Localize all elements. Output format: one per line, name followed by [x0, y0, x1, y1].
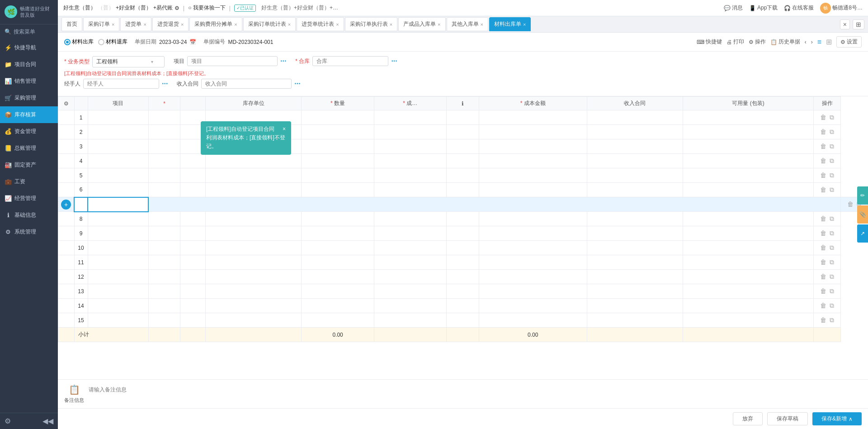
- business-type-select[interactable]: 工程领料 ▾: [92, 56, 165, 67]
- sidebar-item-quick-nav[interactable]: ⚡ 快捷导航: [0, 39, 58, 56]
- tab-close-icon[interactable]: ×: [523, 22, 526, 27]
- copy-row-btn[interactable]: ⧉: [830, 287, 834, 295]
- delete-row-btn[interactable]: 🗑: [820, 302, 826, 309]
- history-bill-btn[interactable]: 📋 历史单据: [770, 38, 800, 46]
- project-input[interactable]: [187, 56, 278, 66]
- income-contract-input[interactable]: [201, 79, 292, 89]
- copy-row-btn[interactable]: ⧉: [830, 114, 834, 121]
- cell-qty[interactable]: [302, 110, 374, 125]
- delete-row-btn[interactable]: 🗑: [820, 114, 826, 121]
- sidebar-item-operations[interactable]: 📈 经营管理: [0, 190, 58, 207]
- sidebar-item-system[interactable]: ⚙ 系统管理: [0, 224, 58, 240]
- tab-menu-btn[interactable]: ⊞: [853, 19, 864, 29]
- tooltip-close-btn[interactable]: ×: [283, 125, 286, 133]
- copy-row-btn[interactable]: ⧉: [830, 128, 834, 135]
- copy-row-btn[interactable]: ⧉: [830, 229, 834, 237]
- tab-close-icon[interactable]: ×: [438, 22, 440, 27]
- view-list-btn[interactable]: ≡: [817, 38, 821, 46]
- project-more-btn[interactable]: ···: [280, 57, 286, 65]
- handler-more-btn[interactable]: ···: [162, 80, 168, 88]
- delete-row-btn[interactable]: 🗑: [820, 172, 826, 179]
- delete-row-btn[interactable]: 🗑: [820, 316, 826, 324]
- tab-purchase-return[interactable]: 进货退货 ×: [152, 17, 189, 31]
- delete-row-btn[interactable]: 🗑: [820, 229, 826, 237]
- operation-btn[interactable]: ⚙ 操作: [749, 38, 766, 46]
- save-new-btn[interactable]: 保存&新增 ∧: [812, 412, 862, 425]
- nav-next-btn[interactable]: ›: [811, 39, 813, 45]
- tab-in-stats[interactable]: 进货单统计表 ×: [297, 17, 344, 31]
- tab-close-icon[interactable]: ×: [390, 22, 392, 27]
- print-btn[interactable]: 🖨 打印: [726, 38, 744, 46]
- bill-no-value[interactable]: MD-20230324-001: [228, 39, 273, 45]
- copy-row-btn[interactable]: ⧉: [830, 186, 834, 193]
- tab-close-icon[interactable]: ×: [288, 22, 291, 27]
- sidebar-item-project-contract[interactable]: 📁 项目合同: [0, 56, 58, 73]
- tab-purchase-expense[interactable]: 采购费用分摊单 ×: [189, 17, 242, 31]
- copy-row-btn[interactable]: ⧉: [830, 143, 834, 150]
- topbar-link-agency[interactable]: +易代账: [153, 4, 173, 12]
- copy-row-btn[interactable]: ⧉: [830, 215, 834, 222]
- copy-row-btn[interactable]: ⧉: [830, 316, 834, 324]
- tab-product-in[interactable]: 产成品入库单 ×: [398, 17, 445, 31]
- sidebar-item-fixed-assets[interactable]: 🏭 固定资产: [0, 157, 58, 173]
- cell-cost[interactable]: [374, 110, 446, 125]
- topbar-app-download[interactable]: 📱 App下载: [749, 4, 778, 12]
- tab-close-icon[interactable]: ×: [181, 22, 184, 27]
- rfb-clip-btn[interactable]: 📎: [857, 205, 868, 224]
- radio-material-out[interactable]: 材料出库: [64, 38, 94, 46]
- add-row-btn[interactable]: +: [61, 200, 71, 210]
- copy-row-btn[interactable]: ⧉: [830, 302, 834, 309]
- delete-row-btn[interactable]: 🗑: [820, 157, 826, 164]
- copy-row-btn[interactable]: ⧉: [830, 157, 834, 164]
- sidebar-item-ledger[interactable]: 📒 总账管理: [0, 140, 58, 157]
- topbar-link-good-finance[interactable]: +好业财（普）: [116, 4, 151, 12]
- topbar-link-good-biz[interactable]: 好生意（普）: [63, 4, 96, 12]
- sidebar-item-sales[interactable]: 📊 销售管理: [0, 73, 58, 90]
- handler-input[interactable]: [83, 79, 159, 89]
- sidebar-settings-btn[interactable]: ⚙: [5, 417, 11, 425]
- abandon-btn[interactable]: 放弃: [733, 412, 763, 425]
- tab-close-icon[interactable]: ×: [481, 22, 483, 27]
- rfb-expand-btn[interactable]: ↗: [857, 224, 868, 243]
- tab-home[interactable]: 首页: [61, 17, 82, 31]
- tab-material-out[interactable]: 材料出库单 ×: [489, 17, 531, 31]
- delete-row-btn[interactable]: 🗑: [820, 287, 826, 295]
- tab-close-all-btn[interactable]: ×: [840, 19, 850, 29]
- delete-row-btn[interactable]: 🗑: [820, 273, 826, 280]
- tab-close-icon[interactable]: ×: [336, 22, 339, 27]
- tab-close-icon[interactable]: ×: [112, 22, 114, 27]
- topbar-settings-icon[interactable]: ⚙: [175, 5, 179, 11]
- tab-purchase-in[interactable]: 进货单 ×: [120, 17, 151, 31]
- nav-prev-btn[interactable]: ‹: [805, 39, 807, 45]
- sidebar-collapse-btn[interactable]: ◀◀: [42, 417, 53, 425]
- tab-close-icon[interactable]: ×: [234, 22, 237, 27]
- sidebar-search[interactable]: 🔍 搜索菜单: [0, 24, 58, 39]
- warehouse-more-btn[interactable]: ···: [391, 57, 397, 65]
- delete-row-btn[interactable]: 🗑: [847, 200, 854, 208]
- copy-row-btn[interactable]: ⧉: [830, 273, 834, 280]
- save-draft-btn[interactable]: 保存草稿: [767, 412, 808, 425]
- sidebar-item-inventory[interactable]: 📦 库存核算: [0, 106, 58, 123]
- sidebar-item-purchase[interactable]: 🛒 采购管理: [0, 90, 58, 106]
- notes-input[interactable]: [89, 384, 862, 402]
- delete-row-btn[interactable]: 🗑: [820, 215, 826, 222]
- delete-row-btn[interactable]: 🗑: [820, 186, 826, 193]
- tab-purchase-order[interactable]: 采购订单 ×: [83, 17, 119, 31]
- delete-row-btn[interactable]: 🗑: [820, 258, 826, 266]
- tab-purchase-order-stats[interactable]: 采购订单统计表 ×: [243, 17, 296, 31]
- sidebar-item-finance[interactable]: 💰 资金管理: [0, 123, 58, 140]
- settings-btn[interactable]: ⚙ 设置: [836, 36, 862, 48]
- cell-material[interactable]: [148, 110, 180, 125]
- income-contract-more-btn[interactable]: ···: [294, 80, 300, 88]
- tab-other-in[interactable]: 其他入库单 ×: [447, 17, 488, 31]
- sidebar-item-salary[interactable]: 💼 工资: [0, 173, 58, 190]
- tab-close-icon[interactable]: ×: [143, 22, 146, 27]
- cell-income-contract[interactable]: [587, 110, 683, 125]
- rfb-edit-btn[interactable]: ✏: [857, 186, 868, 205]
- radio-material-return[interactable]: 材料退库: [98, 38, 127, 46]
- topbar-message[interactable]: 💬 消息: [724, 4, 743, 12]
- cell-cost-amt[interactable]: [479, 110, 587, 125]
- topbar-online-service[interactable]: 🎧 在线客服: [784, 4, 814, 12]
- delete-row-btn[interactable]: 🗑: [820, 143, 826, 150]
- user-profile[interactable]: 畅 畅德通8号…: [820, 3, 863, 14]
